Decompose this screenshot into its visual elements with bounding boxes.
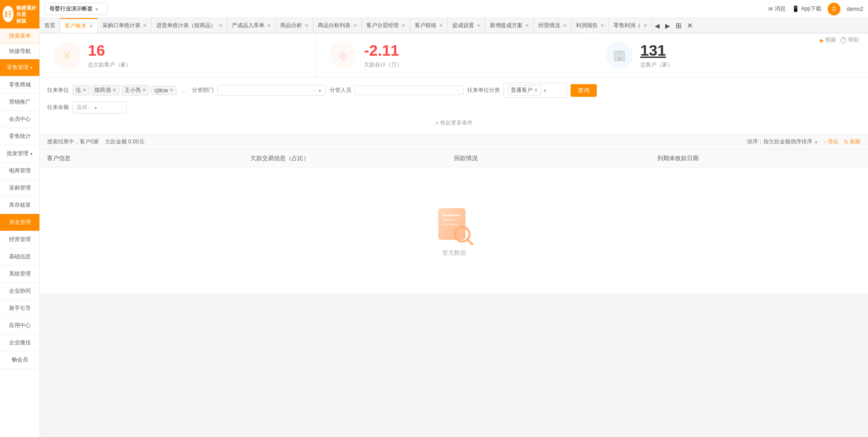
filter-tag-wang: 王小亮 ✕: [121, 85, 149, 95]
remove-tag-chen[interactable]: ✕: [112, 87, 116, 93]
avatar[interactable]: D: [828, 3, 840, 15]
sidebar-item-inventory[interactable]: 库存核算: [0, 197, 39, 214]
tab-customer-ledger[interactable]: 客户账本 ✕: [60, 18, 98, 33]
account-dropdown[interactable]: 母婴行业演示帐套: [44, 3, 108, 15]
unit-class-label: 往来单位分类: [467, 86, 500, 94]
tabs-close-all[interactable]: ✕: [684, 18, 695, 33]
col-due-date: 到期未收款日期: [657, 154, 861, 162]
sidebar-item-wechat[interactable]: 企业微信: [0, 334, 39, 352]
col-overdue-info: 欠款交易信息（占比）: [250, 154, 454, 162]
tab-commission-settings[interactable]: 提成设置 ✕: [448, 18, 485, 33]
tab-retail-profit[interactable]: 零售利润（ ✕: [609, 18, 652, 33]
tab-profit-report[interactable]: 利润报告 ✕: [571, 18, 609, 33]
sidebar-item-member[interactable]: 会员中心: [0, 111, 39, 128]
tab-close-customer-contact[interactable]: ✕: [439, 23, 443, 28]
empty-text: 暂无数据: [442, 249, 466, 257]
dept-select[interactable]: ···: [217, 85, 326, 96]
tab-customer-contact[interactable]: 客户联络 ✕: [410, 18, 448, 33]
person-select-dots: ···: [456, 88, 460, 93]
remove-unit-class-tag[interactable]: ✕: [534, 87, 538, 93]
sidebar-quick-nav[interactable]: 快捷导航: [0, 44, 39, 59]
search-button[interactable]: 查询: [571, 84, 597, 97]
stat-bg-icon-2: ◆: [330, 42, 357, 69]
tab-close-purchase-stat[interactable]: ✕: [219, 23, 222, 28]
tab-close-production[interactable]: ✕: [267, 23, 271, 28]
sort-dropdown[interactable]: 排序：按欠款金额倒序排序: [747, 138, 818, 146]
video-help-button[interactable]: 视频: [820, 36, 836, 44]
message-button[interactable]: 消息: [768, 5, 786, 13]
collapse-btn[interactable]: ∧ 收起更多条件: [433, 117, 475, 128]
remove-tag-wang[interactable]: ✕: [142, 87, 146, 93]
tab-close-product-analysis[interactable]: ✕: [305, 23, 308, 28]
col-collection: 回款情况: [454, 154, 657, 162]
export-icon: ↑: [824, 139, 826, 145]
app-download-button[interactable]: App下载: [792, 5, 821, 13]
tabs-nav-left[interactable]: ◀: [652, 18, 662, 33]
sidebar-item-marketing[interactable]: 营销推广: [0, 94, 39, 111]
stat-1-info: 16 总欠款客户（家）: [88, 42, 131, 69]
stat-bg-icon-1: ¥: [53, 42, 81, 69]
tab-home[interactable]: 首页: [40, 18, 60, 33]
tab-new-commission[interactable]: 新增提成方案 ✕: [485, 18, 534, 33]
unit-class-select[interactable]: 普通客户 ✕: [504, 83, 567, 98]
sidebar-search[interactable]: 搜索菜单: [0, 28, 39, 44]
tabs-nav-right[interactable]: ▶: [662, 18, 673, 33]
tabs-menu[interactable]: ⊞: [673, 18, 684, 33]
sidebar-item-retail[interactable]: 零售管理 ▾: [0, 59, 39, 76]
sidebar-item-retail-stat[interactable]: 零售统计: [0, 128, 39, 145]
sidebar-item-wholesale[interactable]: 批发管理 ▾: [0, 145, 39, 162]
sidebar-item-operation[interactable]: 经营管理: [0, 231, 39, 248]
tab-close-product-analysis-list[interactable]: ✕: [353, 23, 357, 28]
table-wrapper: 客户信息 欠款交易信息（占比） 回款情况 到期未收款日期: [40, 150, 868, 293]
sidebar-item-app-center[interactable]: 应用中心: [0, 317, 39, 334]
dept-select-chevron: [318, 87, 322, 94]
sidebar-item-ecom[interactable]: 电商管理: [0, 162, 39, 180]
balance-label: 往来余额: [47, 104, 69, 111]
tab-customer-tier[interactable]: 客户分层经营 ✕: [362, 18, 410, 33]
username[interactable]: demo2: [847, 6, 863, 12]
tab-product-analysis[interactable]: 商品分析 ✕: [276, 18, 313, 33]
tab-operation-status[interactable]: 经营情况 ✕: [534, 18, 571, 33]
tab-product-analysis-list[interactable]: 商品分析列表 ✕: [313, 18, 362, 33]
sidebar-item-vip[interactable]: 畅会员: [0, 352, 39, 369]
tab-purchase-stat[interactable]: 进货单统计表（按商品） ✕: [152, 18, 227, 33]
tab-close-retail-profit[interactable]: ✕: [643, 23, 647, 28]
sidebar-item-guide[interactable]: 新手引导: [0, 300, 39, 317]
filter-more-btn[interactable]: ...: [178, 86, 188, 95]
result-info: 搜索结果中，客户0家 欠款金额 0.00元: [47, 138, 144, 146]
refresh-button[interactable]: ↻ 刷新: [844, 138, 861, 146]
dept-select-dots: ···: [312, 88, 316, 93]
tab-close-purchase-order[interactable]: ✕: [143, 23, 147, 28]
sidebar-item-coop[interactable]: 企业协同: [0, 283, 39, 300]
remove-tag-cjttcw[interactable]: ✕: [169, 87, 173, 93]
tab-close-commission-settings[interactable]: ✕: [477, 23, 480, 28]
tab-close-profit-report[interactable]: ✕: [600, 23, 604, 28]
stat-1-number: 16: [88, 42, 131, 59]
person-label: 分管人员: [330, 86, 351, 94]
sidebar-item-retail-mall[interactable]: 零售商城: [0, 76, 39, 94]
person-select[interactable]: ···: [355, 86, 464, 95]
sidebar-item-capital[interactable]: 资金管理: [0, 214, 39, 231]
help-button[interactable]: ? 帮助: [840, 36, 859, 44]
stat-3-number[interactable]: 131: [640, 42, 673, 59]
balance-select[interactable]: 选择...: [72, 101, 127, 114]
topbar-right: 消息 App下载 D demo2: [768, 3, 863, 15]
sidebar-item-basic[interactable]: 基础信息: [0, 248, 39, 266]
export-button[interactable]: ↑ 导出: [824, 138, 839, 146]
unit-filter-tags: 伍 ✕ 陈民强 ✕ 王小亮 ✕ cjttcw ✕ ...: [72, 85, 188, 95]
logo[interactable]: 好 畅捷通好生意 标版: [0, 0, 39, 28]
logo-icon: 好: [3, 6, 14, 22]
tab-production[interactable]: 产成品入库单 ✕: [227, 18, 276, 33]
tabs-bar: 首页 客户账本 ✕ 采购订单统计表 ✕ 进货单统计表（按商品） ✕ 产成品入库单…: [40, 18, 868, 33]
sidebar-item-purchase[interactable]: 采购管理: [0, 180, 39, 197]
tab-close-customer-ledger[interactable]: ✕: [89, 24, 93, 28]
tab-purchase-order[interactable]: 采购订单统计表 ✕: [98, 18, 152, 33]
tab-close-customer-tier[interactable]: ✕: [402, 23, 405, 28]
stat-2-label: 欠款合计（万）: [364, 61, 402, 69]
tab-close-new-commission[interactable]: ✕: [525, 23, 529, 28]
tab-close-operation-status[interactable]: ✕: [563, 23, 566, 28]
remove-tag-wu[interactable]: ✕: [82, 87, 86, 93]
unit-class-chevron: [543, 87, 547, 94]
sidebar-item-system[interactable]: 系统管理: [0, 266, 39, 283]
message-icon: [768, 6, 773, 12]
